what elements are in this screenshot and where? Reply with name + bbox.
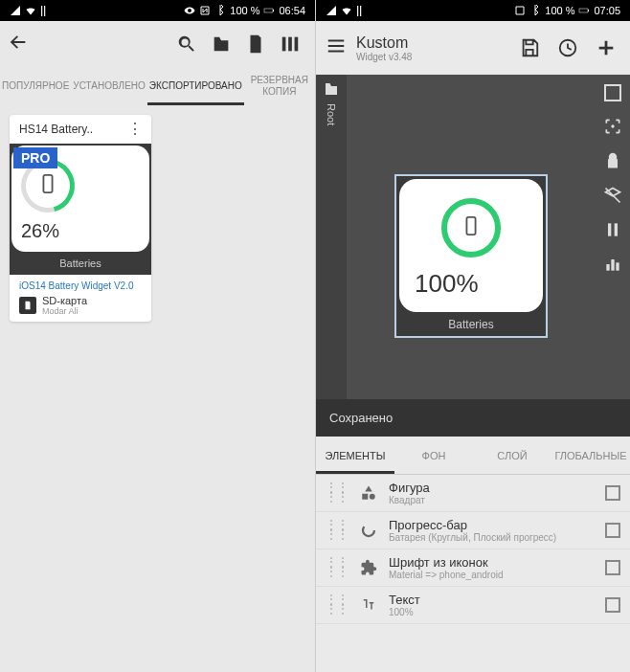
- battery-icon: [263, 5, 275, 16]
- save-icon: [519, 37, 540, 58]
- search-button[interactable]: [169, 34, 204, 55]
- layers-off-icon[interactable]: [603, 186, 622, 205]
- storage-label: SD-карта: [42, 295, 87, 306]
- shape-icon: [358, 484, 379, 502]
- svg-point-17: [363, 525, 374, 536]
- eye-icon: [184, 5, 195, 16]
- file-button[interactable]: [238, 34, 273, 55]
- lock-icon[interactable]: [603, 151, 622, 170]
- svg-rect-6: [579, 9, 588, 12]
- svg-rect-13: [611, 259, 614, 271]
- signal-icon: [10, 5, 21, 16]
- breadcrumb-rail[interactable]: Root: [316, 75, 347, 437]
- svg-rect-3: [288, 37, 292, 52]
- list-item[interactable]: ⋮⋮⋮⋮ ФигураКвадрат: [316, 475, 630, 512]
- widget-percent: 100%: [415, 269, 528, 299]
- list-item[interactable]: ⋮⋮⋮⋮ Прогресс-барБатарея (Круглый, Плоск…: [316, 512, 630, 549]
- drag-handle[interactable]: ⋮⋮⋮⋮: [326, 595, 349, 614]
- svg-rect-12: [606, 264, 609, 271]
- bluetooth-icon: [214, 5, 226, 16]
- grid-button[interactable]: [273, 34, 307, 55]
- svg-rect-11: [615, 223, 618, 235]
- history-icon: [557, 37, 578, 58]
- stop-icon[interactable]: [604, 84, 621, 101]
- checkbox[interactable]: [605, 597, 620, 613]
- toast: Сохранено: [316, 399, 630, 437]
- nfc-icon: [199, 5, 211, 16]
- tool-rail: [596, 75, 630, 437]
- battery-ring-full: [441, 198, 501, 258]
- svg-rect-5: [43, 175, 52, 192]
- wifi-icon: [25, 5, 36, 16]
- folder-icon: [323, 80, 340, 98]
- checkbox[interactable]: [605, 560, 620, 575]
- text-icon: [358, 596, 379, 614]
- drag-handle[interactable]: ⋮⋮⋮⋮: [326, 483, 349, 502]
- drag-handle[interactable]: ⋮⋮⋮⋮: [326, 521, 349, 539]
- widget-label: Batteries: [399, 312, 543, 333]
- svg-point-9: [611, 124, 614, 127]
- tab-layer[interactable]: СЛОЙ: [473, 437, 551, 474]
- percent-text: 26%: [21, 220, 140, 242]
- pause-icon[interactable]: [603, 220, 622, 239]
- svg-rect-2: [282, 37, 286, 52]
- plus-icon: [596, 37, 617, 58]
- iconfont-icon: [358, 559, 379, 576]
- tab-background[interactable]: ФОН: [394, 437, 473, 474]
- toolbar-right: Kustom Widget v3.48: [316, 21, 630, 75]
- sd-icon: [19, 297, 36, 314]
- author-label: Modar Ali: [42, 306, 87, 316]
- list-item[interactable]: ⋮⋮⋮⋮ Текст100%: [316, 587, 630, 624]
- canvas[interactable]: 100% Batteries: [347, 75, 596, 437]
- svg-point-16: [370, 494, 375, 500]
- widget-preview[interactable]: 100% Batteries: [394, 174, 548, 338]
- svg-rect-15: [362, 494, 368, 500]
- svg-rect-4: [295, 37, 299, 52]
- add-button[interactable]: [592, 37, 620, 58]
- checkbox[interactable]: [605, 523, 620, 538]
- widget-card[interactable]: HS14 Battery.. ⋮ PRO 26% Batteries iOS14…: [10, 115, 151, 322]
- search-icon: [176, 34, 197, 55]
- app-title: Kustom: [356, 34, 506, 52]
- progress-icon: [358, 522, 379, 539]
- svg-rect-8: [466, 216, 475, 234]
- tab-globals[interactable]: ГЛОБАЛЬНЫЕ: [551, 437, 630, 474]
- back-button[interactable]: [8, 32, 38, 56]
- tab-installed[interactable]: УСТАНОВЛЕНО: [71, 67, 146, 105]
- meta-title: iOS14 Battery Widget V2.0: [19, 280, 142, 291]
- checkbox[interactable]: [605, 485, 620, 501]
- app-subtitle: Widget v3.48: [356, 52, 506, 62]
- focus-icon[interactable]: [603, 117, 622, 136]
- history-button[interactable]: [553, 37, 582, 58]
- tab-elements[interactable]: ЭЛЕМЕНТЫ: [316, 437, 394, 474]
- toolbar-left: [0, 21, 315, 67]
- equalizer-icon[interactable]: [603, 255, 622, 274]
- menu-button[interactable]: [326, 35, 347, 60]
- card-menu[interactable]: ⋮: [127, 126, 142, 132]
- card-title: HS14 Battery..: [19, 123, 93, 136]
- folder-icon: [211, 34, 232, 55]
- drag-handle[interactable]: ⋮⋮⋮⋮: [326, 558, 349, 576]
- svg-rect-7: [588, 10, 589, 11]
- svg-rect-14: [616, 262, 619, 270]
- tab-backup[interactable]: РЕЗЕРВНАЯ КОПИЯ: [244, 67, 315, 105]
- columns-icon: [280, 34, 301, 55]
- save-button[interactable]: [515, 37, 544, 58]
- pro-badge: PRO: [13, 147, 57, 168]
- list-item[interactable]: ⋮⋮⋮⋮ Шрифт из иконокMaterial => phone_an…: [316, 549, 630, 587]
- preview-label: Batteries: [11, 252, 149, 273]
- tabs-left: ПОПУЛЯРНОЕ УСТАНОВЛЕНО ЭКСПОРТИРОВАНО РЕ…: [0, 67, 315, 105]
- svg-rect-1: [273, 10, 274, 11]
- folder-button[interactable]: [204, 34, 238, 55]
- tabs-right: ЭЛЕМЕНТЫ ФОН СЛОЙ ГЛОБАЛЬНЫЕ: [316, 437, 630, 475]
- tab-exported[interactable]: ЭКСПОРТИРОВАНО: [147, 67, 244, 105]
- file-icon: [245, 34, 266, 55]
- status-bar-r: ǀǀ 100 % 07:05: [316, 0, 630, 21]
- tab-popular[interactable]: ПОПУЛЯРНОЕ: [0, 67, 71, 105]
- root-label: Root: [326, 103, 337, 125]
- svg-rect-10: [608, 223, 611, 235]
- svg-rect-0: [264, 9, 273, 12]
- status-bar: ǀǀ 100 % 06:54: [0, 0, 315, 21]
- element-list: ⋮⋮⋮⋮ ФигураКвадрат ⋮⋮⋮⋮ Прогресс-барБата…: [316, 475, 630, 624]
